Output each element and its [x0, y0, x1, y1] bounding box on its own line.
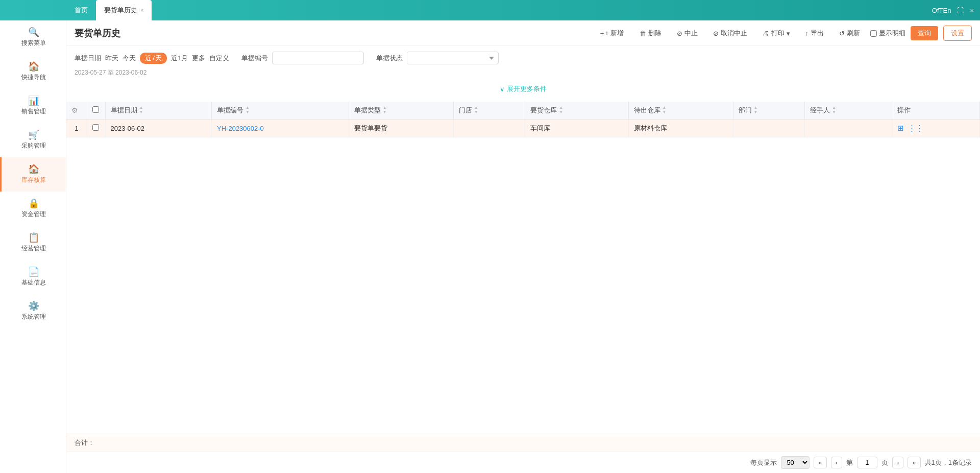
page-header: 要货单历史 + + 新增 🗑 删除 ⊘ 中止 ⊘ 取消中止: [66, 20, 980, 45]
td-require-warehouse: 车间库: [525, 120, 628, 137]
inventory-icon: 🏠: [28, 164, 39, 174]
date-range-display: 2023-05-27 至 2023-06-02: [75, 68, 972, 77]
fullscreen-icon[interactable]: ⛶: [957, 7, 964, 14]
column-setting-icon[interactable]: ⚙: [71, 106, 78, 114]
finance-icon: 🔒: [28, 199, 39, 208]
operations-icon: 📋: [28, 233, 39, 242]
print-button[interactable]: 🖨 打印 ▾: [757, 26, 795, 40]
th-department-sort[interactable]: ▲▼: [754, 106, 758, 115]
th-checkbox: [87, 102, 105, 120]
th-store-sort[interactable]: ▲▼: [474, 106, 478, 115]
prev-page-button[interactable]: ‹: [831, 457, 842, 468]
tab-requisition-history[interactable]: 要货单历史 ×: [96, 0, 152, 20]
sidebar-item-operations[interactable]: 📋 经营管理: [0, 226, 66, 260]
close-window-icon[interactable]: ×: [970, 7, 974, 14]
shortcut-today[interactable]: 今天: [122, 54, 136, 63]
th-store: 门店 ▲▼: [453, 102, 525, 120]
doc-number-input[interactable]: [272, 52, 364, 64]
tab-close-icon[interactable]: ×: [140, 7, 143, 13]
next-page-button[interactable]: ›: [892, 457, 903, 468]
view-icon[interactable]: ⊞: [897, 124, 904, 133]
new-label: + 新增: [605, 29, 624, 38]
tab-home[interactable]: 首页: [66, 0, 96, 20]
doc-number-filter-group: 单据编号: [241, 52, 364, 64]
settings-button[interactable]: 设置: [943, 26, 972, 41]
sidebar-item-basic-info[interactable]: 📄 基础信息: [0, 260, 66, 294]
total-info: 共1页，1条记录: [925, 458, 972, 467]
td-action: ⊞ ⋮⋮: [892, 120, 980, 137]
export-label: 导出: [811, 29, 824, 38]
delete-label: 删除: [648, 29, 662, 38]
th-out-warehouse: 待出仓库 ▲▼: [628, 102, 733, 120]
th-date-sort[interactable]: ▲▼: [139, 106, 143, 115]
th-department-label: 部门: [739, 106, 752, 115]
cancel-stop-button[interactable]: ⊘ 取消中止: [708, 26, 752, 40]
th-action-label: 操作: [897, 106, 911, 114]
shortcut-1month[interactable]: 近1月: [171, 54, 188, 63]
system-icon: ⚙️: [28, 301, 39, 311]
th-out-warehouse-label: 待出仓库: [634, 106, 660, 115]
page-jump-prefix: 第: [846, 458, 853, 467]
th-doc-type-label: 单据类型: [354, 106, 381, 115]
sidebar-label-operations: 经营管理: [21, 244, 46, 253]
page-input[interactable]: [857, 457, 877, 468]
shortcut-yesterday[interactable]: 昨天: [105, 54, 118, 63]
expand-label: 展开更多条件: [507, 84, 547, 93]
th-doc-number-label: 单据编号: [217, 106, 243, 115]
table-summary: 合计：: [66, 434, 980, 452]
last-page-button[interactable]: »: [908, 457, 920, 468]
th-doc-number: 单据编号 ▲▼: [212, 102, 349, 120]
settings-label: 设置: [951, 29, 964, 37]
th-require-warehouse-label: 要货仓库: [530, 106, 557, 115]
th-action: 操作: [892, 102, 980, 120]
td-handler: [804, 120, 892, 137]
th-date: 单据日期 ▲▼: [105, 102, 212, 120]
doc-number-link[interactable]: YH-20230602-0: [217, 125, 264, 132]
th-require-warehouse: 要货仓库 ▲▼: [525, 102, 628, 120]
first-page-button[interactable]: «: [814, 457, 826, 468]
th-date-label: 单据日期: [111, 106, 137, 115]
shortcut-custom[interactable]: 自定义: [209, 54, 229, 63]
status-label: 单据状态: [376, 54, 403, 63]
sidebar-item-search-menu[interactable]: 🔍 搜索菜单: [0, 20, 66, 55]
td-store: [453, 120, 525, 137]
new-button[interactable]: + + 新增: [595, 26, 629, 40]
refresh-icon: ↺: [839, 30, 845, 37]
edit-icon[interactable]: ⋮⋮: [908, 124, 923, 133]
sidebar-label-system: 系统管理: [21, 313, 46, 321]
display-detail-checkbox[interactable]: [870, 30, 877, 37]
th-handler-sort[interactable]: ▲▼: [832, 106, 836, 115]
sidebar-item-sales[interactable]: 📊 销售管理: [0, 89, 66, 123]
refresh-button[interactable]: ↺ 刷新: [834, 26, 865, 40]
stop-label: 中止: [684, 29, 698, 38]
sidebar-item-system[interactable]: ⚙️ 系统管理: [0, 294, 66, 328]
row-num: 1: [75, 125, 78, 132]
sidebar-item-finance[interactable]: 🔒 资金管理: [0, 192, 66, 226]
print-label: 打印: [771, 29, 785, 38]
page-size-select[interactable]: 20 50 100 200: [781, 456, 810, 469]
th-require-warehouse-sort[interactable]: ▲▼: [559, 106, 563, 115]
th-out-warehouse-sort[interactable]: ▲▼: [663, 106, 667, 115]
sidebar-label-search: 搜索菜单: [21, 39, 46, 48]
row-checkbox[interactable]: [92, 124, 99, 131]
select-all-checkbox[interactable]: [92, 106, 99, 113]
td-doc-number: YH-20230602-0: [212, 120, 349, 137]
refresh-label: 刷新: [847, 29, 860, 38]
tab-home-label: 首页: [75, 6, 88, 15]
sidebar-item-inventory[interactable]: 🏠 库存核算: [0, 157, 66, 192]
sidebar-item-quick-nav[interactable]: 🏠 快捷导航: [0, 55, 66, 89]
th-doc-number-sort[interactable]: ▲▼: [246, 106, 250, 115]
shortcut-7days[interactable]: 近7天: [140, 53, 167, 64]
export-button[interactable]: ↑ 导出: [800, 26, 829, 40]
shortcut-more[interactable]: 更多: [192, 54, 205, 63]
delete-button[interactable]: 🗑 删除: [634, 26, 667, 40]
query-button[interactable]: 查询: [911, 26, 938, 40]
top-bar: 首页 要货单历史 × OfTEn ⛶ ×: [0, 0, 980, 20]
th-store-label: 门店: [459, 106, 472, 115]
expand-button[interactable]: ∨ 展开更多条件: [500, 82, 547, 96]
date-shortcuts: 昨天 今天 近7天 近1月 更多 自定义: [105, 53, 229, 64]
stop-button[interactable]: ⊘ 中止: [672, 26, 703, 40]
th-doc-type-sort[interactable]: ▲▼: [383, 106, 387, 115]
sidebar-item-purchase[interactable]: 🛒 采购管理: [0, 123, 66, 157]
status-select[interactable]: [407, 52, 499, 64]
